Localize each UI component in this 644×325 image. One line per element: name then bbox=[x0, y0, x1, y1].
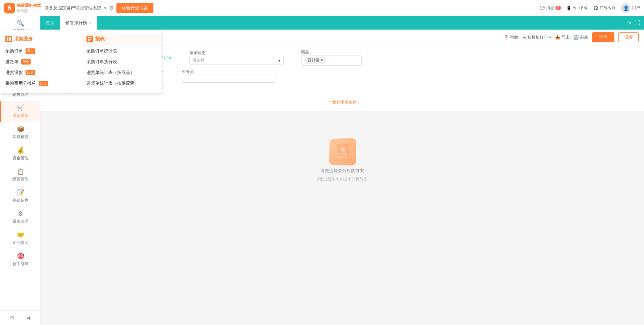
date-custom-btn[interactable]: 自定义 bbox=[160, 55, 172, 60]
purchase-business-col: 采购业务 采购订单 历史 进货单 历史 进货退货 历史 采购费用分摊单 历史 bbox=[0, 30, 81, 93]
sidebar-item-guide[interactable]: 🎯 新手引导 bbox=[0, 249, 40, 270]
dropdown-item-purchase-order-exec[interactable]: 采购订单执行表 bbox=[81, 56, 162, 67]
refresh-btn[interactable]: 🔄 刷新 bbox=[574, 35, 588, 40]
empty-line2: 用[过滤]条件来缩小分析范围 bbox=[317, 176, 368, 182]
system-title-area: 装备及固定资产辅助管理系统 ▾ ⚙ 体验行业方案 bbox=[44, 3, 540, 13]
finance-icon: 💰 bbox=[17, 147, 24, 154]
history-badge-1: 历史 bbox=[21, 59, 31, 65]
purchase-business-icon bbox=[5, 36, 12, 42]
empty-illustration bbox=[329, 138, 356, 166]
online-service-btn[interactable]: 🎧 在线客服 bbox=[593, 5, 616, 11]
svg-rect-7 bbox=[9, 39, 11, 41]
setting-button[interactable]: 设置 bbox=[618, 32, 639, 42]
svg-rect-4 bbox=[7, 37, 8, 39]
dropdown-item-inbound[interactable]: 进货单 历史 bbox=[0, 56, 81, 67]
history-badge-2: 历史 bbox=[26, 70, 35, 75]
app-download-btn[interactable]: 📱 App下载 bbox=[566, 5, 588, 11]
dropdown-item-inbound-stat-product[interactable]: 进货单统计表（按商品） bbox=[81, 67, 162, 78]
report-header: 报表 bbox=[81, 34, 162, 46]
svg-rect-10 bbox=[88, 40, 90, 41]
search-icon: 🔍 bbox=[17, 19, 24, 27]
system-title-text: 装备及固定资产辅助管理系统 bbox=[44, 5, 101, 11]
headset-icon: 🎧 bbox=[593, 6, 598, 10]
phone-icon: 📱 bbox=[566, 6, 571, 10]
sidebar-item-finance[interactable]: 💰 资金管理 bbox=[0, 143, 40, 164]
industry-btn[interactable]: 体验行业方案 bbox=[116, 3, 153, 13]
product-group: 商品 设计暴 × ··· bbox=[301, 49, 362, 66]
svg-rect-9 bbox=[88, 39, 91, 40]
message-badge: 9 bbox=[556, 6, 561, 10]
svg-rect-5 bbox=[9, 37, 11, 39]
product-tag: 设计暴 × bbox=[304, 57, 326, 64]
export-btn[interactable]: 📤 导出 bbox=[555, 35, 570, 40]
salesperson-group: 业务员 ··· bbox=[182, 69, 276, 83]
print-btn[interactable]: 🖨 按模板打印 ▾ bbox=[522, 35, 551, 40]
sidebar-settings-btn[interactable]: ⚙ bbox=[10, 315, 14, 321]
tab-bar-actions: ✕ ⛶ bbox=[623, 20, 644, 26]
operations-icon: 📋 bbox=[17, 168, 24, 175]
user-btn[interactable]: 👤 用户 bbox=[621, 3, 640, 13]
svg-rect-8 bbox=[88, 37, 92, 38]
tab-window-close-icon[interactable]: ✕ bbox=[628, 20, 632, 26]
collaboration-icon: 🤝 bbox=[17, 231, 24, 239]
sidebar-collapse-btn[interactable]: ◀ bbox=[26, 315, 30, 321]
product-input[interactable]: 设计暴 × ··· bbox=[301, 55, 362, 66]
history-badge-3: 历史 bbox=[39, 81, 48, 86]
empty-line1: 请先选择要分析的方案 bbox=[320, 168, 364, 174]
tab-bar: 首页 销售排行榜 × ✕ ⛶ bbox=[40, 16, 644, 30]
dropdown-item-purchase-order[interactable]: 采购订单 历史 bbox=[0, 46, 81, 56]
message-btn[interactable]: 💬 消息 9 bbox=[540, 5, 561, 11]
logo-icon: 6 bbox=[4, 3, 15, 13]
purchase-business-header: 采购业务 bbox=[0, 34, 81, 46]
help-btn[interactable]: ❓ 帮助 bbox=[504, 35, 518, 40]
tab-home[interactable]: 首页 bbox=[40, 16, 60, 30]
collapse-btn[interactable]: ⌃ 收起更多条件 bbox=[46, 97, 639, 107]
header-right: 💬 消息 9 📱 App下载 🎧 在线客服 👤 用户 bbox=[540, 3, 640, 13]
dropdown-item-return[interactable]: 进货退货 历史 bbox=[0, 67, 81, 78]
sidebar-item-basic-info[interactable]: 📝 基础信息 bbox=[0, 186, 40, 207]
message-icon: 💬 bbox=[540, 6, 545, 10]
print-icon: 🖨 bbox=[522, 35, 526, 40]
empty-state: 请先选择要分析的方案 用[过滤]条件来缩小分析范围 bbox=[40, 111, 644, 209]
basic-info-icon: 📝 bbox=[17, 189, 24, 196]
export-icon: 📤 bbox=[555, 35, 560, 40]
print-chevron-icon: ▾ bbox=[549, 35, 551, 40]
dropdown-item-inbound-stat-supplier[interactable]: 进货单统计表（按供应商） bbox=[81, 78, 162, 89]
purchase-dropdown-menu: 采购业务 采购订单 历史 进货单 历史 进货退货 历史 采购费用分摊单 历史 bbox=[0, 30, 162, 93]
tab-window-expand-icon[interactable]: ⛶ bbox=[635, 20, 640, 26]
voucher-status-chevron-icon: ▾ bbox=[279, 58, 281, 63]
collapse-up-icon: ⌃ bbox=[328, 100, 331, 105]
voucher-status-group: 单据状态 请选择 ▾ bbox=[189, 50, 284, 65]
dropdown-item-expense[interactable]: 采购费用分摊单 历史 bbox=[0, 78, 81, 89]
tab-close-icon[interactable]: × bbox=[89, 21, 92, 25]
help-icon: ❓ bbox=[504, 35, 509, 40]
sidebar-item-inventory[interactable]: 📦 库存核算 bbox=[0, 122, 40, 143]
purchase-icon: 🛒 bbox=[17, 104, 24, 112]
report-col: 报表 采购订单统计表 采购订单执行表 进货单统计表（按商品） 进货单统计表（按供… bbox=[81, 30, 162, 93]
sidebar-bottom: ⚙ ◀ bbox=[0, 310, 40, 325]
refresh-icon: 🔄 bbox=[574, 35, 579, 40]
report-icon bbox=[86, 36, 93, 42]
sidebar-item-purchase[interactable]: 🛒 采购管理 bbox=[0, 101, 40, 122]
guide-icon: 🎯 bbox=[17, 252, 24, 260]
history-badge-0: 历史 bbox=[26, 48, 35, 54]
sidebar-item-system[interactable]: ⚙ 系统管理 bbox=[0, 207, 40, 228]
salesperson-input[interactable]: ··· bbox=[182, 75, 276, 83]
svg-rect-3 bbox=[339, 153, 347, 154]
voucher-status-select[interactable]: 请选择 ▾ bbox=[189, 56, 284, 65]
svg-rect-6 bbox=[7, 39, 8, 41]
tab-sales-ranking[interactable]: 销售排行榜 × bbox=[60, 16, 97, 30]
more-icon: ··· bbox=[328, 58, 332, 63]
dropdown-item-purchase-order-stat[interactable]: 采购订单统计表 bbox=[81, 46, 162, 56]
logo-area: 6 畅捷通好生意 标准版 bbox=[4, 3, 44, 13]
query-button[interactable]: 查询 bbox=[592, 32, 614, 42]
system-title-chevron-icon[interactable]: ▾ bbox=[104, 5, 106, 11]
sidebar-item-operations[interactable]: 📋 经营管理 bbox=[0, 164, 40, 186]
logo-text: 畅捷通好生意 标准版 bbox=[17, 3, 41, 13]
top-header: 6 畅捷通好生意 标准版 装备及固定资产辅助管理系统 ▾ ⚙ 体验行业方案 💬 … bbox=[0, 0, 644, 16]
inventory-icon: 📦 bbox=[17, 125, 24, 133]
sidebar-item-collaboration[interactable]: 🤝 企业协同 bbox=[0, 228, 40, 249]
settings-icon[interactable]: ⚙ bbox=[109, 5, 114, 11]
system-icon: ⚙ bbox=[18, 210, 23, 217]
user-avatar: 👤 bbox=[621, 3, 631, 13]
